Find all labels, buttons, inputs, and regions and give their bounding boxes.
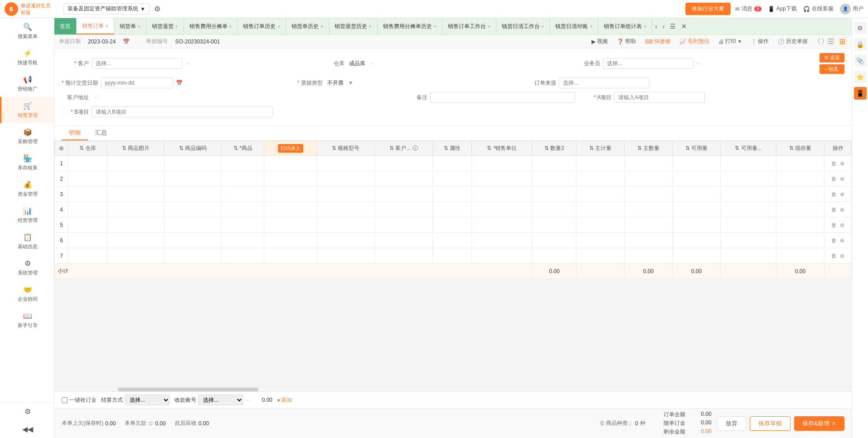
delete-icon[interactable]: 🗑 [831, 176, 837, 182]
cell-product-code[interactable] [164, 217, 221, 233]
cell-sales-unit[interactable] [471, 248, 532, 264]
sidebar-item-purchase[interactable]: 📦 采购管理 [0, 123, 54, 149]
cell-current-stock[interactable] [776, 233, 824, 248]
cell-product-img[interactable] [107, 248, 164, 264]
cell-sales-unit[interactable] [471, 171, 532, 187]
copy-icon[interactable]: ⊕ [840, 222, 844, 228]
order-source-input[interactable] [559, 77, 650, 88]
sidebar-settings-button[interactable]: ⚙ [0, 403, 54, 420]
shortcut-button[interactable]: ⌨ 快捷键 [642, 37, 673, 46]
cell-quantity2[interactable] [533, 248, 577, 264]
cell-customer-code[interactable] [374, 156, 433, 171]
cell-warehouse[interactable] [68, 187, 107, 202]
cell-current-stock[interactable] [776, 202, 824, 217]
delivery-date-input[interactable] [101, 77, 173, 88]
cell-customer-code[interactable] [374, 202, 433, 217]
tab-sales-fee-history[interactable]: 销售费用分摊单历史 × [378, 18, 442, 34]
cell-main-quantity[interactable] [624, 217, 672, 233]
th-quantity2[interactable]: ⇅ 数量2 [533, 141, 577, 156]
salesperson-more-icon[interactable]: ··· [696, 60, 701, 67]
tab-close-all-button[interactable]: ✕ [679, 18, 689, 34]
cell-sales-unit[interactable] [471, 156, 532, 171]
sidebar-item-search[interactable]: 🔍 搜索菜单 [0, 18, 54, 44]
cell-warehouse[interactable] [68, 233, 107, 248]
add-payment-button[interactable]: ● 添加 [277, 396, 292, 404]
tab-sales-return[interactable]: 销货单 × [114, 18, 146, 34]
cell-attribute[interactable] [433, 171, 472, 187]
tab-sales-order-workbench[interactable]: 销售订单工作台 × [442, 18, 496, 34]
cell-current-stock[interactable] [776, 248, 824, 264]
sidebar-collapse-button[interactable]: ◀◀ [0, 420, 54, 438]
rs-settings-btn[interactable]: ⚙ [854, 22, 867, 34]
tab-close-sales-order-summary[interactable]: × [644, 24, 646, 29]
tab-sales-order[interactable]: 销售订单 × [77, 18, 114, 34]
tab-sales-refund[interactable]: 销货退货 × [146, 18, 184, 34]
cell-scan[interactable] [264, 202, 317, 217]
save-draft-button[interactable]: 保存草稿 [750, 416, 790, 431]
b-project-input[interactable] [92, 106, 273, 117]
cell-available[interactable] [672, 202, 720, 217]
nav-left-icon[interactable]: 〈 [818, 37, 820, 46]
sidebar-item-operation[interactable]: 📊 经营管理 [0, 202, 54, 228]
cell-product[interactable] [222, 156, 264, 171]
copy-icon[interactable]: ⊕ [840, 160, 844, 167]
one-click-checkbox-input[interactable] [62, 397, 68, 403]
cell-available[interactable] [672, 171, 720, 187]
cell-available[interactable] [672, 217, 720, 233]
cell-available[interactable] [672, 248, 720, 264]
history-button[interactable]: 🕐 历史单据 [775, 37, 810, 46]
tab-prev-button[interactable]: ‹ [652, 18, 660, 34]
tab-menu-button[interactable]: ☰ [667, 18, 679, 34]
cell-scan[interactable] [264, 156, 317, 171]
th-warehouse[interactable]: ⇅ 仓库 [68, 141, 107, 156]
cell-attribute[interactable] [433, 233, 472, 248]
cell-main-quantity[interactable] [624, 233, 672, 248]
user-menu[interactable]: 👤 用户 [840, 4, 863, 14]
cell-main-unit[interactable] [576, 171, 624, 187]
salesperson-input[interactable] [603, 58, 693, 69]
copy-icon[interactable]: ⊕ [840, 176, 844, 182]
cell-sales-unit[interactable] [471, 202, 532, 217]
cell-product-img[interactable] [107, 171, 164, 187]
settlement-select[interactable]: 选择... [125, 395, 170, 405]
cell-quantity2[interactable] [533, 187, 577, 202]
tab-cash-day-workbench[interactable]: 钱货日清工作台 × [496, 18, 550, 34]
th-product-code[interactable]: ⇅ 商品编码 [164, 141, 221, 156]
cell-spec[interactable] [317, 187, 374, 202]
invoice-dropdown-icon[interactable]: ▼ [348, 80, 354, 86]
cell-product-img[interactable] [107, 202, 164, 217]
cell-spec[interactable] [317, 156, 374, 171]
cell-warehouse[interactable] [68, 156, 107, 171]
cell-customer-code[interactable] [374, 217, 433, 233]
cell-available2[interactable] [720, 248, 776, 264]
cell-quantity2[interactable] [533, 233, 577, 248]
one-click-payment-checkbox[interactable]: 一键收订金 [62, 396, 97, 404]
th-current-stock[interactable]: ⇅ 现存量 [776, 141, 824, 156]
cell-warehouse[interactable] [68, 248, 107, 264]
cell-quantity2[interactable] [533, 202, 577, 217]
tab-sales-return-history[interactable]: 销货单历史 × [286, 18, 329, 34]
rs-attachment-btn[interactable]: 📎 [854, 54, 867, 67]
warehouse-more-icon[interactable]: ··· [370, 60, 374, 67]
cell-available[interactable] [672, 156, 720, 171]
customer-more-icon[interactable]: ··· [185, 60, 189, 67]
th-scan[interactable]: 扫码录入 [264, 141, 317, 156]
app-selector[interactable]: 装备及固定资产辅助管理系统 ▼ [63, 3, 150, 14]
delete-icon[interactable]: 🗑 [831, 191, 837, 197]
cell-customer-code[interactable] [374, 187, 433, 202]
cell-current-stock[interactable] [776, 171, 824, 187]
sidebar-item-inventory[interactable]: 🏪 库存核算 [0, 149, 54, 176]
save-new-button[interactable]: 保存&新增 ∧ [794, 416, 844, 431]
cell-sales-unit[interactable] [471, 233, 532, 248]
sidebar-item-guide[interactable]: 📖 新手引导 [0, 307, 54, 333]
tab-close-sales-refund-history[interactable]: × [369, 24, 372, 29]
settings-quick-btn[interactable]: ⚙ 设置 [820, 53, 844, 63]
cell-main-quantity[interactable] [624, 171, 672, 187]
logistics-btn[interactable]: + 物流 [820, 64, 844, 74]
th-available[interactable]: ⇅ 可用量 [672, 141, 720, 156]
cell-product-code[interactable] [164, 187, 221, 202]
cell-main-unit[interactable] [576, 233, 624, 248]
cell-product-code[interactable] [164, 202, 221, 217]
cell-product[interactable] [222, 233, 264, 248]
copy-icon[interactable]: ⊕ [840, 237, 844, 244]
